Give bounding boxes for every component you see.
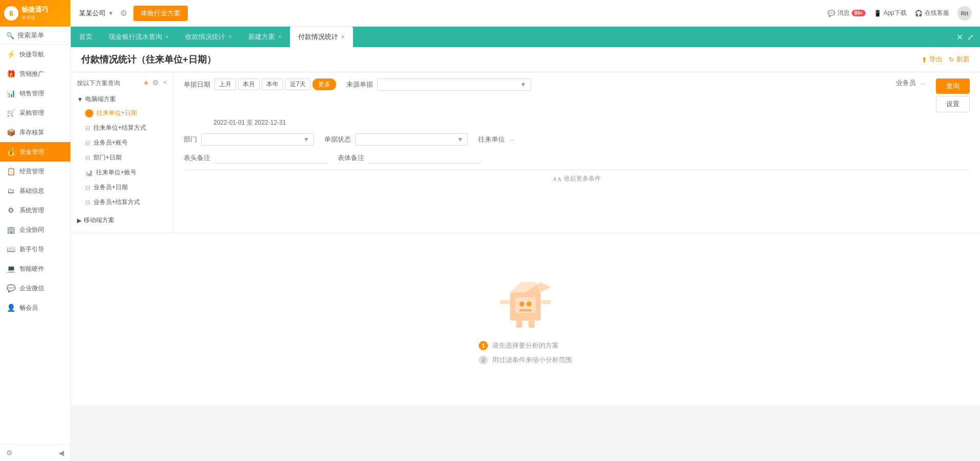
sidebar-item-sales[interactable]: 📊 销售管理 (0, 84, 70, 103)
scheme-item-dept-date[interactable]: ⊟ 部门+日期 (77, 150, 167, 165)
sidebar-item-label: 营销推广 (19, 70, 44, 78)
tab-close-all-icon[interactable]: ✕ (956, 32, 963, 42)
page-title: 付款情况统计（往来单位+日期） (81, 53, 216, 66)
scheme-add-button[interactable]: + (144, 78, 148, 88)
sidebar-item-marketing[interactable]: 🎁 营销推广 (0, 64, 70, 84)
scheme-item-unit-settlement[interactable]: ⊟ 往来单位+结算方式 (77, 121, 167, 135)
date-label: 单据日期 (184, 80, 210, 89)
trial-button[interactable]: 体验行业方案 (133, 6, 188, 21)
partner-ellipsis[interactable]: ··· (509, 136, 515, 144)
sidebar-item-purchase[interactable]: 🛒 采购管理 (0, 103, 70, 123)
sidebar-item-operation[interactable]: 📋 经营管理 (0, 162, 70, 181)
scheme-item-staff-account[interactable]: ⊟ 业务员+账号 (77, 135, 167, 150)
footer-settings-button[interactable]: ⚙ (6, 449, 13, 457)
refresh-button[interactable]: ↻ 刷新 (949, 55, 970, 64)
sidebar-item-finance[interactable]: 💰 资金管理 (0, 142, 70, 162)
filter-right-panel: 单据日期 上月 本月 本年 近7天 更多 来源单据 (173, 72, 980, 233)
tab-home-label: 首页 (79, 32, 92, 42)
desktop-arrow-icon: ▼ (77, 96, 83, 103)
scheme-settings-button[interactable]: ⚙ (152, 78, 159, 88)
tab-receipt-close-icon[interactable]: × (228, 33, 232, 41)
table-icon: ⊟ (85, 199, 90, 206)
app-title: 畅捷通巧 (22, 6, 48, 14)
empty-icon (495, 274, 556, 331)
sidebar-item-label: 企业协同 (19, 226, 44, 234)
avatar[interactable]: Rit (957, 6, 972, 21)
footer-collapse-button[interactable]: ◀ (58, 449, 64, 457)
company-name: 某某公司 (79, 9, 106, 18)
dept-label: 部门 (184, 135, 197, 144)
partner-label: 往来单位 (478, 135, 505, 144)
tip-num-2: 2 (479, 355, 488, 365)
sidebar-item-inventory[interactable]: 📦 库存核算 (0, 123, 70, 142)
filter-settings-button[interactable]: 设置 (936, 96, 970, 112)
sidebar-item-label: 系统管理 (19, 206, 44, 215)
sidebar-item-label: 新手引导 (19, 245, 44, 254)
marketing-icon: 🎁 (6, 69, 15, 78)
tab-bank-close-icon[interactable]: × (165, 33, 169, 41)
scheme-item-unit-date[interactable]: 往来单位+日期 (77, 106, 167, 121)
date-btn-last-month[interactable]: 上月 (214, 78, 236, 90)
status-label: 单据状态 (324, 135, 351, 144)
table-icon: ⊟ (85, 139, 90, 147)
staff-ellipsis[interactable]: ··· (920, 79, 926, 87)
company-selector[interactable]: 某某公司 ▼ (79, 9, 114, 18)
date-btn-7days[interactable]: 近7天 (285, 78, 310, 90)
scheme-collapse-button[interactable]: « (163, 78, 167, 88)
topbar-settings-icon[interactable]: ⚙ (120, 8, 127, 18)
query-button[interactable]: 查询 (936, 78, 970, 94)
export-button[interactable]: ⬆ 导出 (922, 55, 943, 64)
date-btn-this-year[interactable]: 本年 (262, 78, 283, 90)
sidebar-header: 6 畅捷通巧 标准版 (0, 0, 70, 27)
sidebar-item-corp[interactable]: 🏢 企业协同 (0, 220, 70, 239)
sidebar-item-hardware[interactable]: 💻 智能硬件 (0, 259, 70, 278)
scheme-item-label: 往来单位+账号 (96, 168, 136, 177)
sidebar-item-wechat[interactable]: 💬 企业微信 (0, 278, 70, 298)
scheme-item-unit-account[interactable]: 📊 往来单位+账号 (77, 165, 167, 180)
mobile-section-toggle[interactable]: ▶ 移动端方案 (77, 214, 167, 227)
scheme-item-label: 往来单位+结算方式 (93, 124, 146, 132)
svg-rect-5 (516, 320, 522, 328)
scheme-item-label: 往来单位+日期 (96, 109, 137, 117)
sidebar-item-basic[interactable]: 🗂 基础信息 (0, 181, 70, 201)
tab-payment-close-icon[interactable]: × (341, 33, 345, 41)
tab-receipt[interactable]: 收款情况统计 × (177, 27, 240, 47)
status-select[interactable]: ▼ (355, 133, 468, 146)
date-range-display: 2022-01-01 至 2022-12-31 (213, 118, 970, 127)
body-note-filter: 表体备注 (338, 152, 481, 164)
tab-home[interactable]: 首页 (71, 27, 101, 47)
scheme-item-staff-settlement[interactable]: ⊟ 业务员+结算方式 (77, 195, 167, 210)
sidebar-item-member[interactable]: 👤 畅会员 (0, 298, 70, 317)
desktop-scheme-section: ▼ 电脑端方案 往来单位+日期 ⊟ 往来单位+结算方式 ⊟ 业务员+账号 (77, 93, 167, 210)
header-note-input[interactable] (214, 152, 327, 164)
svg-rect-4 (519, 309, 532, 311)
dept-select[interactable]: ▼ (201, 133, 314, 146)
service-label: 在线客服 (925, 9, 949, 17)
online-service-button[interactable]: 🎧 在线客服 (915, 9, 949, 17)
desktop-section-toggle[interactable]: ▼ 电脑端方案 (77, 93, 167, 106)
app-download-button[interactable]: 📱 App下载 (874, 9, 907, 17)
tab-new[interactable]: 新建方案 × (240, 27, 290, 47)
sidebar-item-label: 智能硬件 (19, 265, 44, 273)
dept-filter: 部门 ▼ (184, 133, 314, 146)
date-btn-more[interactable]: 更多 (312, 78, 336, 90)
sidebar-item-shortcut[interactable]: ⚡ 快捷导航 (0, 45, 70, 64)
table-icon: ⊟ (85, 184, 90, 191)
filter-main-area: 按以下方案查询 + ⚙ « ▼ 电脑端方案 往来单位+日期 (71, 72, 980, 233)
sidebar-item-label: 库存核算 (19, 128, 44, 137)
tab-payment[interactable]: 付款情况统计 × (290, 27, 353, 47)
tab-expand-icon[interactable]: ⤢ (967, 32, 974, 42)
sidebar-item-system[interactable]: ⚙ 系统管理 (0, 201, 70, 220)
body-note-input[interactable] (368, 152, 481, 164)
tab-bank[interactable]: 现金银行流水查询 × (101, 27, 177, 47)
messages-button[interactable]: 💬 消息 99+ (828, 9, 866, 17)
date-btn-this-month[interactable]: 本月 (238, 78, 260, 90)
scheme-item-staff-date[interactable]: ⊟ 业务员+日期 (77, 180, 167, 195)
collapse-more-button[interactable]: ∧∧ 收起更多条件 (184, 170, 970, 187)
source-select[interactable]: ▼ (377, 78, 531, 91)
tab-new-close-icon[interactable]: × (278, 33, 282, 41)
empty-illustration (495, 274, 556, 331)
sidebar-item-guide[interactable]: 📖 新手引导 (0, 239, 70, 259)
search-menu[interactable]: 🔍 搜索菜单 (0, 27, 70, 45)
avatar-initials: Rit (961, 10, 969, 16)
